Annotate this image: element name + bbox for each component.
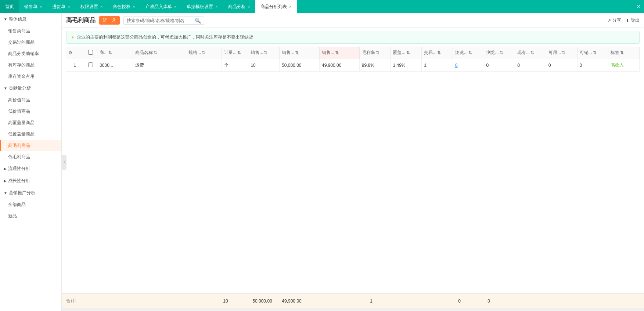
- sidebar-item-low-coverage[interactable]: 低覆盖量商品: [0, 129, 61, 140]
- nav-close-product-analysis-list[interactable]: ×: [289, 4, 291, 9]
- nav-home[interactable]: 首页: [0, 0, 19, 13]
- export-button[interactable]: ⬇ 导出: [626, 17, 640, 23]
- cell-tag: 高收入: [608, 59, 640, 72]
- footer-stock-avail: 0: [488, 299, 510, 304]
- nav-close-sales-order[interactable]: ×: [40, 4, 42, 9]
- col-header-stock-cur[interactable]: 现有...⇅: [515, 47, 546, 59]
- nav-product-analysis[interactable]: 商品分析 ×: [223, 0, 255, 13]
- content-header: 高毛利商品 近一月 🔍 ↗ 分享 ⬇ 导出: [62, 13, 644, 28]
- content-area: 《 高毛利商品 近一月 🔍 ↗ 分享 ⬇ 导出 ✦ 企: [62, 13, 644, 311]
- search-input[interactable]: [127, 18, 195, 23]
- nav-sales-order[interactable]: 销售单 ×: [19, 0, 47, 13]
- col-header-name[interactable]: 商品名称⇅: [133, 47, 186, 59]
- sidebar-item-high-coverage[interactable]: 高覆盖量商品: [0, 117, 61, 129]
- sidebar-item-stocked-goods[interactable]: 有库存的商品: [0, 59, 61, 71]
- search-container: 🔍: [123, 17, 204, 25]
- col-header-coverage[interactable]: 覆盖...⇅: [391, 47, 422, 59]
- sidebar-item-low-margin[interactable]: 低毛利商品: [0, 151, 61, 163]
- share-button[interactable]: ↗ 分享: [607, 17, 621, 23]
- footer-sales-profit: 49,900.00: [282, 299, 304, 304]
- footer-label: 合计:: [66, 298, 76, 304]
- col-header-code[interactable]: 商...⇅: [97, 47, 133, 59]
- nav-permission-settings[interactable]: 权限设置 ×: [75, 0, 108, 13]
- sidebar-item-traded-goods[interactable]: 交易过的商品: [0, 37, 61, 48]
- sidebar-item-high-margin[interactable]: 高毛利商品: [0, 140, 61, 151]
- col-header-browse2[interactable]: 浏览...⇅: [484, 47, 515, 59]
- col-header-profit-rate[interactable]: 毛利率⇅: [359, 47, 391, 59]
- col-header-sales-profit[interactable]: 销售...⇅: [319, 47, 359, 59]
- col-header-sales-amt[interactable]: 销售...⇅: [280, 47, 320, 59]
- cell-code: 0000...: [97, 59, 133, 72]
- sidebar-group-marketing[interactable]: ▼ 营销推广分析: [0, 187, 61, 199]
- close-all-tabs-button[interactable]: ×: [637, 3, 640, 10]
- header-actions: ↗ 分享 ⬇ 导出: [607, 17, 640, 23]
- sidebar-group-growth-label: 成长性分析: [8, 178, 30, 184]
- product-table: ⚙ 商...⇅ 商品名称⇅ 规格...⇅: [66, 47, 640, 72]
- export-icon: ⬇: [626, 18, 629, 23]
- nav-close-product-analysis[interactable]: ×: [248, 4, 250, 9]
- data-table-container: ⚙ 商...⇅ 商品名称⇅ 规格...⇅: [62, 47, 644, 293]
- select-all-checkbox[interactable]: [88, 50, 93, 55]
- footer-stock-cur: 0: [458, 299, 480, 304]
- nav-close-permission-settings[interactable]: ×: [100, 4, 102, 9]
- nav-purchase-order[interactable]: 进货单 ×: [47, 0, 75, 13]
- col-header-sales-qty[interactable]: 销售...⇅: [248, 47, 280, 59]
- row-checkbox[interactable]: [88, 62, 93, 67]
- sidebar-group-contribution[interactable]: ▼ 贡献量分析: [0, 82, 61, 94]
- cell-spec: [186, 59, 222, 72]
- sidebar-item-all-goods[interactable]: 全部商品: [0, 199, 61, 210]
- sidebar-item-category-rate[interactable]: 商品分类助销率: [0, 48, 61, 59]
- col-header-transaction[interactable]: 交易...⇅: [422, 47, 453, 59]
- sidebar-group-contribution-label: 贡献量分析: [9, 85, 31, 91]
- col-header-checkbox[interactable]: [84, 47, 97, 59]
- nav-close-purchase-order[interactable]: ×: [68, 4, 70, 9]
- sidebar-item-new-goods[interactable]: 新品: [0, 210, 61, 222]
- page-title: 高毛利商品: [66, 17, 96, 24]
- settings-icon[interactable]: ⚙: [68, 50, 72, 55]
- sidebar-collapse-button[interactable]: 《: [62, 155, 66, 170]
- sidebar-item-stock-capital[interactable]: 库存资金占用: [0, 71, 61, 82]
- sidebar-item-sales-goods[interactable]: 销售类商品: [0, 25, 61, 37]
- sidebar-group-overall[interactable]: ▼ 整体信息: [0, 13, 61, 25]
- nav-finished-goods[interactable]: 产成品入库单 ×: [140, 0, 181, 13]
- cell-sales-profit: 49,900.00: [319, 59, 359, 72]
- sidebar-group-circulation[interactable]: ▶ 流通性分析: [0, 163, 61, 175]
- sidebar-group-circulation-arrow: ▶: [4, 167, 7, 171]
- cell-unit: 个: [222, 59, 248, 72]
- sidebar-item-low-value[interactable]: 低价值商品: [0, 106, 61, 117]
- table-row: 1 0000... 运费 个 10 50,000.00 49,900.00 99…: [66, 59, 640, 72]
- top-navigation: 首页 销售单 × 进货单 × 权限设置 × 角色授权 × 产成品入库单 × 单据…: [0, 0, 644, 13]
- sidebar-item-high-value[interactable]: 高价值商品: [0, 94, 61, 106]
- col-header-num: ⚙: [66, 47, 84, 59]
- sidebar-group-growth-arrow: ▶: [4, 179, 7, 183]
- col-header-unit[interactable]: 计量...⇅: [222, 47, 248, 59]
- sidebar-group-overall-label: 整体信息: [9, 16, 26, 22]
- nav-template-settings[interactable]: 单据模板设置 ×: [181, 0, 223, 13]
- nav-role-auth[interactable]: 角色授权 ×: [108, 0, 140, 13]
- search-icon[interactable]: 🔍: [195, 18, 201, 23]
- table-header-row: ⚙ 商...⇅ 商品名称⇅ 规格...⇅: [66, 47, 640, 59]
- footer-summary-bar: 合计: 10 50,000.00 49,900.00 1 0 0: [62, 293, 644, 308]
- filter-date-button[interactable]: 近一月: [99, 16, 120, 25]
- col-header-browse1[interactable]: 浏览...⇅: [453, 47, 484, 59]
- main-container: ▼ 整体信息 销售类商品 交易过的商品 商品分类助销率 有库存的商品 库存资金占…: [0, 13, 644, 311]
- footer-sales-amt: 50,000.00: [252, 299, 274, 304]
- col-header-spec[interactable]: 规格...⇅: [186, 47, 222, 59]
- info-text: 企业的主要的利润都是这部分商品创造的，可考虑加大推广，同时关注库存是不要出现缺货: [77, 34, 253, 40]
- sidebar-group-growth[interactable]: ▶ 成长性分析: [0, 175, 61, 187]
- horizontal-scrollbar[interactable]: [62, 308, 644, 311]
- cell-profit-rate: 99.8%: [359, 59, 391, 72]
- col-header-stock-sale[interactable]: 可销...⇅: [577, 47, 608, 59]
- sidebar-group-marketing-label: 营销推广分析: [9, 190, 35, 196]
- cell-browse1[interactable]: 0: [453, 59, 484, 72]
- nav-close-template-settings[interactable]: ×: [215, 4, 217, 9]
- nav-close-role-auth[interactable]: ×: [133, 4, 135, 9]
- col-header-tag[interactable]: 标签⇅: [608, 47, 640, 59]
- cell-transaction: 1: [422, 59, 453, 72]
- nav-product-analysis-list[interactable]: 商品分析列表 ×: [255, 0, 296, 13]
- cell-checkbox[interactable]: [84, 59, 97, 72]
- col-header-stock-avail[interactable]: 可用...⇅: [546, 47, 577, 59]
- nav-close-finished-goods[interactable]: ×: [174, 4, 176, 9]
- sidebar-group-circulation-label: 流通性分析: [8, 166, 30, 172]
- footer-transaction: 1: [370, 299, 392, 304]
